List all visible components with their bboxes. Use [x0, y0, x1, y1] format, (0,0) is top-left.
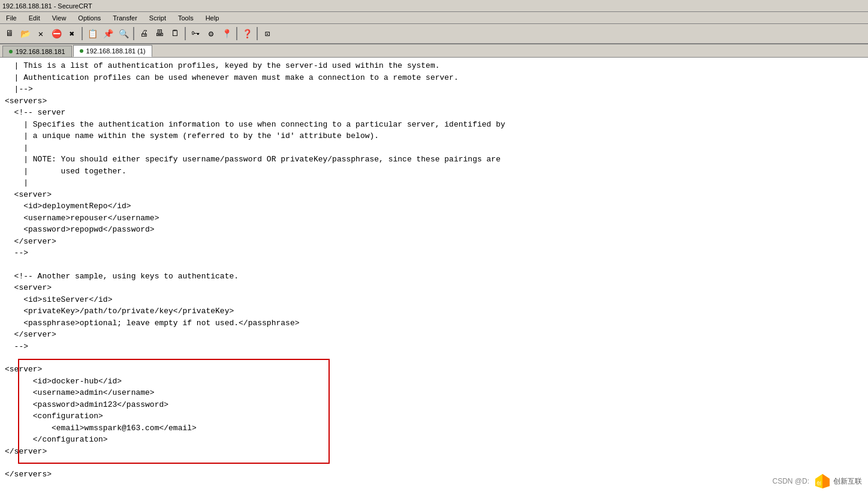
code-line-28: <id>docker-hub</id> — [0, 376, 868, 388]
code-line-32: <email>wmsspark@163.com</email> — [0, 422, 868, 434]
code-line-22: <privateKey>/path/to/private/key</privat… — [0, 305, 868, 317]
print-preview-button[interactable]: 🖨 — [137, 26, 151, 41]
paste-button[interactable]: 📌 — [101, 26, 115, 41]
svg-text:创: 创 — [816, 481, 821, 486]
code-line-25: --> — [0, 341, 868, 353]
tab-bar: 192.168.188.181 192.168.188.181 (1) — [0, 44, 868, 58]
fullscreen-button[interactable]: ⊡ — [260, 26, 275, 41]
code-line-1: | This is a list of authentication profi… — [0, 60, 868, 72]
code-line-34: </server> — [0, 446, 868, 458]
disconnect-button[interactable]: ⛔ — [49, 26, 64, 41]
code-line-27: <server> — [0, 364, 868, 376]
code-line-31: <configuration> — [0, 410, 868, 422]
code-line-15: <password>repopwd</password> — [0, 224, 868, 236]
print-button3[interactable]: 🗒 — [168, 26, 182, 41]
code-line-24: </server> — [0, 329, 868, 341]
close-tab-button[interactable]: ✕ — [34, 26, 48, 41]
title-bar: 192.168.188.181 - SecureCRT — [0, 0, 868, 12]
code-line-26 — [0, 352, 868, 364]
watermark-text: CSDN @D: — [772, 476, 809, 487]
menu-script[interactable]: Script — [146, 14, 170, 22]
title-text: 192.168.188.181 - SecureCRT — [2, 2, 92, 10]
tab-indicator-2 — [80, 49, 83, 53]
menu-view[interactable]: View — [49, 14, 70, 22]
toolbar: 🖥 📂 ✕ ⛔ ✖ 📋 📌 🔍 🖨 🖶 🗒 🗝 ⚙ 📍 ❓ ⊡ — [0, 24, 868, 44]
new-session-button[interactable]: 🖥 — [2, 26, 17, 41]
code-line-30: <password>admin123</password> — [0, 399, 868, 411]
options-button[interactable]: ⚙ — [204, 26, 218, 41]
copy-button[interactable]: 📋 — [85, 26, 100, 41]
code-line-5: <!-- server — [0, 107, 868, 119]
content-area[interactable]: | This is a list of authentication profi… — [0, 58, 868, 492]
menu-tools[interactable]: Tools — [174, 14, 197, 22]
logo-icon: 创 — [814, 473, 831, 490]
code-line-21: <id>siteServer</id> — [0, 294, 868, 306]
code-line-2: | Authentication profiles can be used wh… — [0, 72, 868, 84]
pin-button[interactable]: 📍 — [219, 26, 234, 41]
code-line-16: </server> — [0, 236, 868, 248]
menu-help[interactable]: Help — [202, 14, 223, 22]
menu-edit[interactable]: Edit — [25, 14, 44, 22]
tab-session-2[interactable]: 192.168.188.181 (1) — [73, 45, 152, 57]
code-line-18 — [0, 259, 868, 271]
logo-label: 创新互联 — [833, 476, 862, 487]
menu-transfer[interactable]: Transfer — [109, 14, 141, 22]
code-line-9: | NOTE: You should either specify userna… — [0, 154, 868, 166]
toolbar-sep-1 — [82, 27, 83, 40]
print-button2[interactable]: 🖶 — [152, 26, 167, 41]
code-line-11: | — [0, 177, 868, 189]
code-line-29: <username>admin</username> — [0, 387, 868, 399]
code-line-33: </configuration> — [0, 434, 868, 446]
code-line-7: | a unique name within the system (refer… — [0, 130, 868, 142]
tab-label-2: 192.168.188.181 (1) — [86, 47, 146, 55]
find-button[interactable]: 🔍 — [116, 26, 131, 41]
code-line-8: | — [0, 142, 868, 154]
menu-bar: File Edit View Options Transfer Script T… — [0, 12, 868, 24]
tab-session-1[interactable]: 192.168.188.181 — [2, 46, 72, 57]
watermark: CSDN @D: 创 创新互联 — [772, 473, 862, 490]
code-line-3: |--> — [0, 83, 868, 95]
toolbar-sep-5 — [257, 27, 258, 40]
code-line-14: <username>repouser</username> — [0, 212, 868, 224]
tab-label-1: 192.168.188.181 — [16, 48, 65, 55]
code-line-23: <passphrase>optional; leave empty if not… — [0, 317, 868, 329]
open-button[interactable]: 📂 — [18, 26, 32, 41]
code-line-12: <server> — [0, 189, 868, 201]
help-button[interactable]: ❓ — [240, 26, 254, 41]
code-line-13: <id>deploymentRepo</id> — [0, 200, 868, 212]
toolbar-x-button[interactable]: ✖ — [65, 26, 79, 41]
tab-indicator-1 — [9, 50, 13, 53]
toolbar-sep-3 — [185, 27, 186, 40]
code-line-19: <!-- Another sample, using keys to authe… — [0, 271, 868, 283]
code-line-10: | used together. — [0, 166, 868, 178]
key-button[interactable]: 🗝 — [188, 26, 203, 41]
menu-file[interactable]: File — [2, 14, 20, 22]
menu-options[interactable]: Options — [74, 14, 104, 22]
code-line-20: <server> — [0, 282, 868, 294]
svg-marker-1 — [822, 474, 830, 488]
code-line-17: --> — [0, 247, 868, 259]
code-line-6: | Specifies the authentication informati… — [0, 119, 868, 131]
code-line-35 — [0, 457, 868, 469]
watermark-logo: 创 创新互联 — [814, 473, 862, 490]
code-line-36: </servers> — [0, 469, 868, 481]
toolbar-sep-4 — [236, 27, 237, 40]
toolbar-sep-2 — [133, 27, 134, 40]
code-line-4: <servers> — [0, 95, 868, 107]
